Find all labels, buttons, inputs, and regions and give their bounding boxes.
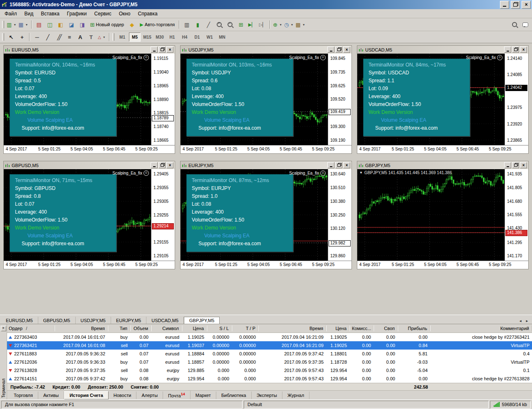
menu-item[interactable]: Сервис — [91, 10, 115, 17]
text-tool-button[interactable]: A — [75, 32, 86, 42]
chart-restore-button[interactable] — [335, 47, 342, 53]
terminal-close-button[interactable]: × — [1, 326, 6, 331]
tab-scroll-left-icon[interactable]: ◄ — [517, 318, 524, 324]
strategy-tester-button[interactable]: ◨ — [77, 20, 88, 29]
chart-window-titlebar[interactable]: GBPJPY,M5× — [357, 161, 528, 169]
chart-minimize-button[interactable] — [151, 162, 158, 168]
terminal-tab[interactable]: Журнал — [282, 392, 309, 399]
auto-scroll-button[interactable]: ▶▏ — [246, 20, 257, 29]
time-axis[interactable]: 4 Sep 20175 Sep 01:255 Sep 04:055 Sep 06… — [4, 145, 175, 153]
history-row[interactable]: 2273634212017.09.04 16:01:08sell0.07euru… — [7, 341, 532, 350]
chart-canvas[interactable]: TerminalMonitor ON, 71ms, ~15msSymbol: G… — [4, 169, 151, 261]
menu-item[interactable]: Справка — [134, 10, 161, 17]
menu-item[interactable]: Вид — [21, 10, 37, 17]
terminal-tab[interactable]: Маркет — [191, 392, 216, 399]
chart-window-titlebar[interactable]: USDCAD,M5× — [357, 46, 528, 54]
price-scale[interactable]: 130.640130.510130.380130.250130.120129.8… — [328, 169, 351, 261]
chart-canvas[interactable]: TerminalMonitor ON, 87ms, ~12msSymbol: E… — [181, 169, 328, 261]
menu-item[interactable]: Графики — [63, 10, 91, 17]
zoom-out-button[interactable]: − — [225, 20, 235, 29]
chart-minimize-button[interactable] — [327, 47, 334, 53]
ea-smiley-icon[interactable]: ☺ — [144, 170, 149, 176]
column-header-open_time[interactable]: Время — [54, 325, 108, 331]
chart-restore-button[interactable] — [158, 162, 166, 168]
new-order-button[interactable]: ⊞Новый ордер — [88, 20, 127, 29]
column-header-swap[interactable]: Своп — [374, 325, 398, 331]
timeframe-w1-button[interactable]: W1 — [204, 32, 215, 42]
chart-restore-button[interactable] — [512, 47, 519, 53]
line-chart-button[interactable]: ╱ — [203, 20, 214, 29]
chart-canvas[interactable]: TerminalMonitor ON, 84ms, ~17msSymbol: U… — [357, 54, 505, 145]
chart-minimize-button[interactable] — [504, 162, 511, 168]
menu-item[interactable]: Вставка — [37, 10, 63, 17]
chart-restore-button[interactable] — [335, 162, 342, 168]
terminal-tab[interactable]: История Счета — [64, 391, 109, 399]
hline-tool-button[interactable]: ─ — [32, 32, 42, 42]
chart-tab[interactable]: GBPJPY,M5 — [184, 317, 220, 324]
time-axis[interactable]: 4 Sep 20175 Sep 01:255 Sep 04:055 Sep 06… — [357, 145, 528, 153]
timeframe-d1-button[interactable]: D1 — [191, 32, 203, 42]
price-scale[interactable]: 1.241401.240851.239751.239201.238651.240… — [505, 54, 528, 145]
chart-close-button[interactable]: × — [520, 47, 527, 53]
menu-item[interactable]: Окно — [115, 10, 134, 17]
column-header-open_price[interactable]: Цена — [182, 325, 207, 331]
chart-canvas[interactable]: TerminalMonitor ON, 103ms, ~16msSymbol: … — [181, 54, 328, 145]
ea-smiley-icon[interactable]: ☺ — [320, 170, 326, 176]
history-row[interactable]: 2273634032017.09.04 16:01:07buy0.00eurus… — [7, 333, 532, 341]
toolbar-grip[interactable] — [2, 21, 4, 28]
new-chart-button[interactable]: ▥▾ — [6, 20, 17, 29]
window-close-button[interactable]: × — [522, 1, 531, 9]
indicators-button[interactable]: ⊕▾ — [272, 20, 283, 29]
chart-tab[interactable]: USDCAD,M5 — [146, 317, 184, 324]
chart-close-button[interactable]: × — [343, 162, 350, 168]
chart-tab[interactable]: USDJPY,M5 — [76, 317, 111, 324]
chart-minimize-button[interactable] — [151, 47, 158, 53]
timeframe-m1-button[interactable]: M1 — [116, 32, 128, 42]
terminal-tab[interactable]: Библиотека — [216, 392, 252, 399]
trendline-tool-button[interactable]: ╱ — [42, 32, 53, 42]
chart-tab[interactable]: EURJPY,M5 — [111, 317, 146, 324]
templates-button[interactable]: ▩▾ — [295, 20, 307, 29]
terminal-tab[interactable]: Почта14 — [163, 391, 191, 399]
candle-chart-button[interactable]: ▮ — [192, 20, 203, 29]
periods-button[interactable]: ◷▾ — [283, 20, 294, 29]
ea-smiley-icon[interactable]: ☺ — [320, 55, 326, 60]
time-axis[interactable]: 4 Sep 20175 Sep 01:255 Sep 04:055 Sep 06… — [181, 261, 351, 269]
column-header-order[interactable]: Ордер / — [7, 325, 54, 331]
tab-scroll-right-icon[interactable]: ► — [524, 318, 530, 324]
toolbar-grip[interactable] — [2, 33, 4, 41]
timeframe-mn-button[interactable]: MN — [216, 32, 228, 42]
timeframe-m30-button[interactable]: M30 — [154, 32, 166, 42]
chart-restore-button[interactable] — [158, 47, 166, 53]
bar-chart-button[interactable]: ▥ — [181, 20, 192, 29]
toolbar-grip[interactable] — [112, 33, 114, 41]
ea-smiley-icon[interactable]: ☺ — [144, 55, 149, 60]
column-header-volume[interactable]: Объем — [130, 325, 151, 331]
price-scale[interactable]: 1.294051.293551.293051.292551.291551.291… — [151, 169, 175, 261]
shapes-tool-button[interactable]: △▾ — [97, 32, 107, 42]
column-header-commission[interactable]: Комисс... — [349, 325, 374, 331]
crosshair-tool-button[interactable]: + — [17, 32, 27, 42]
chart-close-button[interactable]: × — [166, 162, 173, 168]
column-header-close_price[interactable]: Цена — [326, 325, 349, 331]
terminal-tab[interactable]: Эксперты — [252, 392, 282, 399]
chart-canvas[interactable]: ▼GBPJPY,M5 141.435 141.445 141.369 141.3… — [357, 169, 505, 261]
chart-window-titlebar[interactable]: USDJPY,M5× — [181, 46, 351, 54]
column-header-tp[interactable]: T / P — [232, 325, 258, 331]
column-header-symbol[interactable]: Символ — [151, 325, 182, 331]
channel-tool-button[interactable]: ╱╱ — [53, 32, 64, 42]
chart-window-titlebar[interactable]: GBPUSD,M5× — [4, 161, 175, 169]
column-header-sl[interactable]: S / L — [207, 325, 232, 331]
metaeditor-button[interactable]: ◆ — [126, 20, 137, 29]
column-header-comment[interactable]: Комментарий — [430, 325, 532, 331]
fibonacci-tool-button[interactable]: ≡ — [64, 32, 75, 42]
history-row[interactable]: 2276118832017.09.05 9:36:32sell0.07eurus… — [7, 350, 532, 358]
window-minimize-button[interactable] — [500, 1, 509, 9]
status-profile[interactable]: Default — [244, 401, 489, 409]
label-tool-button[interactable]: T — [86, 32, 97, 42]
time-axis[interactable]: 4 Sep 20175 Sep 01:255 Sep 04:055 Sep 06… — [4, 261, 175, 269]
history-row[interactable]: 2276120362017.09.05 9:36:33buy0.07eurusd… — [7, 358, 532, 366]
chart-close-button[interactable]: × — [343, 47, 350, 53]
chart-tab[interactable]: EURUSD,M5 — [1, 317, 38, 324]
navigator-button[interactable]: ◧ — [55, 20, 66, 29]
